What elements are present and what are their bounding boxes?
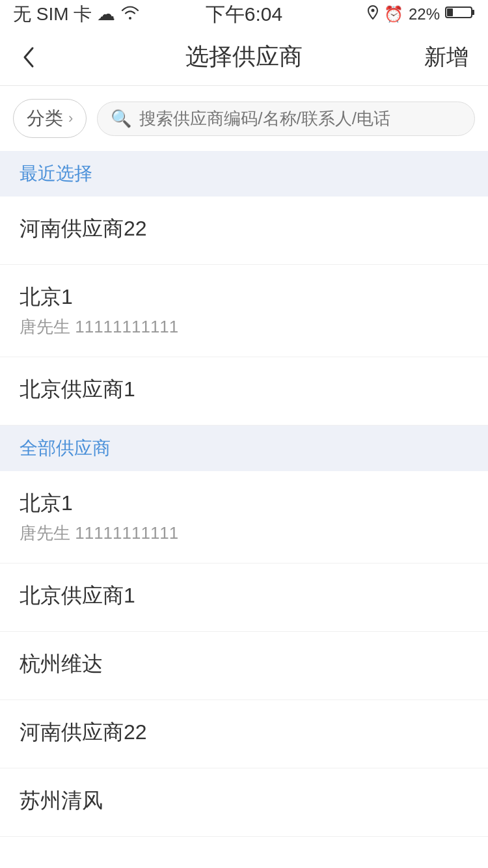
list-item-sub: 唐先生 11111111111 — [20, 316, 468, 338]
nav-bar: 选择供应商 新增 — [0, 29, 488, 86]
recent-section-label: 最近选择 — [20, 163, 92, 183]
list-item[interactable]: 河南供应商22 — [0, 700, 488, 768]
list-item[interactable]: 苏州清风 — [0, 768, 488, 837]
recent-section-header: 最近选择 — [0, 151, 488, 197]
alarm-icon: ⏰ — [384, 5, 403, 23]
list-item-name: 北京供应商1 — [20, 582, 468, 610]
status-right: ⏰ 22% — [367, 5, 475, 23]
list-item-name: 北京供应商1 — [20, 375, 468, 404]
sim-status: 无 SIM 卡 ☁ — [13, 2, 115, 27]
recent-list: 河南供应商22北京1唐先生 11111111111北京供应商1 — [0, 197, 488, 426]
battery-icon — [445, 5, 475, 23]
list-item-name: 河南供应商22 — [20, 215, 468, 243]
list-item-name: 河南供应商22 — [20, 718, 468, 747]
location-icon — [367, 5, 379, 23]
back-button[interactable] — [20, 43, 59, 72]
svg-point-0 — [371, 9, 374, 12]
all-section-label: 全部供应商 — [20, 438, 111, 458]
page-title: 选择供应商 — [185, 41, 303, 73]
list-item-sub: 唐先生 11111111111 — [20, 522, 468, 545]
filter-bar: 分类 › 🔍 — [0, 86, 488, 151]
list-item-name: 杭州维达 — [20, 650, 468, 679]
category-label: 分类 — [27, 106, 63, 131]
search-input[interactable] — [139, 109, 461, 129]
list-item[interactable]: 北京供应商1 — [0, 563, 488, 632]
search-icon: 🔍 — [111, 109, 131, 129]
all-section-header: 全部供应商 — [0, 426, 488, 471]
list-item[interactable]: 北京1唐先生 11111111111 — [0, 471, 488, 563]
status-left: 无 SIM 卡 ☁ — [13, 2, 140, 27]
battery-percent: 22% — [409, 5, 440, 23]
list-item-name: 北京1 — [20, 283, 468, 312]
status-bar: 无 SIM 卡 ☁ 下午6:04 ⏰ 22% — [0, 0, 488, 29]
wifi-icon — [120, 4, 140, 25]
list-item[interactable]: 北京1唐先生 11111111111 — [0, 265, 488, 357]
time-display: 下午6:04 — [206, 1, 282, 28]
list-item[interactable]: 北京供应商1 — [0, 357, 488, 426]
search-box[interactable]: 🔍 — [97, 102, 475, 136]
svg-rect-2 — [472, 10, 474, 15]
list-item-name: 北京1 — [20, 489, 468, 518]
category-filter-button[interactable]: 分类 › — [13, 99, 87, 138]
chevron-right-icon: › — [68, 110, 73, 127]
add-button[interactable]: 新增 — [424, 42, 468, 72]
svg-rect-3 — [447, 8, 453, 16]
list-item-name: 苏州清风 — [20, 787, 468, 815]
all-list: 北京1唐先生 11111111111北京供应商1杭州维达河南供应商22苏州清风 — [0, 471, 488, 837]
list-item[interactable]: 河南供应商22 — [0, 197, 488, 265]
list-item[interactable]: 杭州维达 — [0, 632, 488, 700]
